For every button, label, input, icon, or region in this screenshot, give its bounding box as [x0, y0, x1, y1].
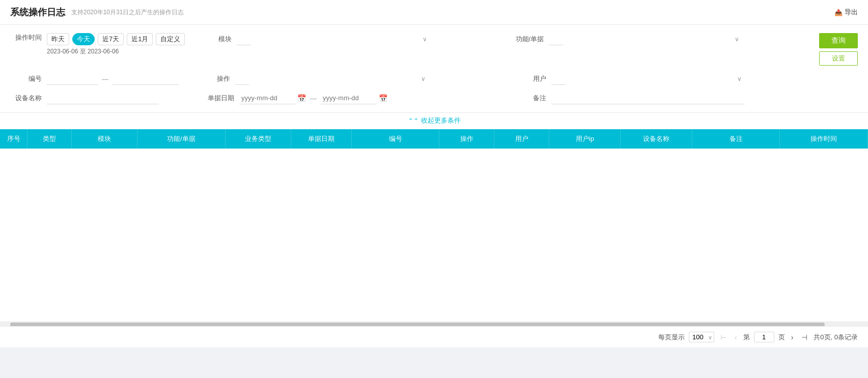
page-input[interactable]	[754, 332, 774, 342]
col-header-模块: 模块	[71, 129, 137, 149]
remark-label: 备注	[515, 94, 551, 103]
collapse-bar: ⌃⌃ 收起更多条件	[0, 113, 868, 129]
prev-page-button[interactable]: ‹	[733, 332, 739, 342]
scrollbar-area[interactable]	[0, 322, 868, 327]
col-header-用户: 用户	[494, 129, 549, 149]
first-page-button[interactable]: ⊢	[718, 332, 729, 342]
scrollbar-thumb[interactable]	[10, 323, 825, 327]
number-separator: —	[98, 75, 113, 83]
operation-label: 操作	[199, 74, 235, 83]
col-header-业务类型: 业务类型	[225, 129, 291, 149]
collapse-chevron-icon: ⌃⌃	[408, 117, 419, 125]
module-label: 模块	[200, 35, 237, 44]
export-label: 导出	[845, 8, 858, 17]
pagination-summary: 共0页, 0条记录	[814, 333, 858, 342]
page-header: 系统操作日志 支持2020年10月31日之后产生的操作日志 📤 导出	[0, 0, 868, 25]
export-button[interactable]: 📤 导出	[834, 8, 858, 17]
col-header-备注: 备注	[692, 129, 780, 149]
col-header-用户ip: 用户ip	[549, 129, 621, 149]
col-header-操作时间: 操作时间	[780, 129, 868, 149]
user-label: 用户	[515, 74, 551, 83]
time-range-text: 2023-06-06 至 2023-06-06	[47, 47, 185, 56]
next-page-button[interactable]: ›	[789, 332, 796, 342]
export-icon: 📤	[834, 9, 843, 16]
time-btn-1month[interactable]: 近1月	[127, 33, 153, 45]
settings-button[interactable]: 设置	[819, 51, 858, 66]
date-separator: —	[306, 95, 321, 102]
query-button[interactable]: 查询	[819, 33, 858, 48]
number-input-end[interactable]	[113, 73, 179, 85]
voucher-date-start[interactable]	[239, 92, 295, 104]
remark-input[interactable]	[551, 92, 745, 104]
pagination-bar: 每页显示 100 10 20 50 200 ⊢ ‹ 第 页 › ⊣ 共0页, 0…	[0, 327, 868, 347]
empty-area	[0, 149, 868, 322]
time-btn-custom[interactable]: 自定义	[156, 33, 185, 45]
page-unit: 页	[778, 333, 785, 342]
time-label: 操作时间	[10, 33, 47, 42]
table-header: 序号类型模块功能/单据业务类型单据日期编号操作用户用户ip设备名称备注操作时间	[0, 129, 868, 149]
col-header-编号: 编号	[351, 129, 439, 149]
operation-select[interactable]	[235, 73, 249, 85]
device-input[interactable]	[47, 92, 159, 104]
time-btn-today[interactable]: 今天	[72, 33, 95, 45]
calendar-icon-end[interactable]: 📅	[379, 94, 387, 102]
time-btn-7days[interactable]: 近7天	[98, 33, 124, 45]
calendar-icon-start[interactable]: 📅	[297, 94, 306, 102]
data-table: 序号类型模块功能/单据业务类型单据日期编号操作用户用户ip设备名称备注操作时间	[0, 129, 868, 149]
filter-area: 操作时间 昨天 今天 近7天 近1月 自定义 2023-06-06 至 2023…	[0, 25, 868, 113]
feature-select[interactable]	[549, 33, 563, 45]
title-area: 系统操作日志 支持2020年10月31日之后产生的操作日志	[10, 6, 184, 18]
module-select[interactable]	[237, 33, 251, 45]
col-header-序号: 序号	[0, 129, 27, 149]
page-subtitle: 支持2020年10月31日之后产生的操作日志	[71, 8, 184, 17]
per-page-label: 每页显示	[658, 333, 685, 342]
number-label: 编号	[10, 74, 47, 83]
number-input-start[interactable]	[47, 73, 98, 85]
col-header-类型: 类型	[27, 129, 71, 149]
feature-label: 功能/单据	[512, 35, 549, 44]
voucher-date-end[interactable]	[321, 92, 377, 104]
voucher-date-label: 单据日期	[199, 94, 239, 103]
col-header-单据日期: 单据日期	[291, 129, 352, 149]
last-page-button[interactable]: ⊣	[799, 332, 809, 342]
page-label: 第	[743, 333, 750, 342]
voucher-date-start-wrapper: 📅	[239, 92, 306, 104]
time-filter-group: 昨天 今天 近7天 近1月 自定义 2023-06-06 至 2023-06-0…	[47, 33, 185, 56]
device-label: 设备名称	[10, 94, 47, 103]
page-size-select[interactable]: 100 10 20 50 200	[689, 332, 714, 342]
user-select[interactable]	[551, 73, 566, 85]
col-header-功能/单据: 功能/单据	[137, 129, 226, 149]
page-size-wrapper: 100 10 20 50 200	[689, 332, 714, 342]
action-buttons: 查询 设置	[819, 33, 858, 66]
voucher-date-end-wrapper: 📅	[321, 92, 387, 104]
time-btn-yesterday[interactable]: 昨天	[47, 33, 69, 45]
table-container[interactable]: 序号类型模块功能/单据业务类型单据日期编号操作用户用户ip设备名称备注操作时间	[0, 129, 868, 149]
col-header-操作: 操作	[439, 129, 494, 149]
collapse-label: 收起更多条件	[421, 116, 461, 125]
collapse-button[interactable]: ⌃⌃ 收起更多条件	[408, 116, 461, 125]
main-content: 序号类型模块功能/单据业务类型单据日期编号操作用户用户ip设备名称备注操作时间	[0, 129, 868, 322]
col-header-设备名称: 设备名称	[621, 129, 692, 149]
page-title: 系统操作日志	[10, 6, 65, 18]
